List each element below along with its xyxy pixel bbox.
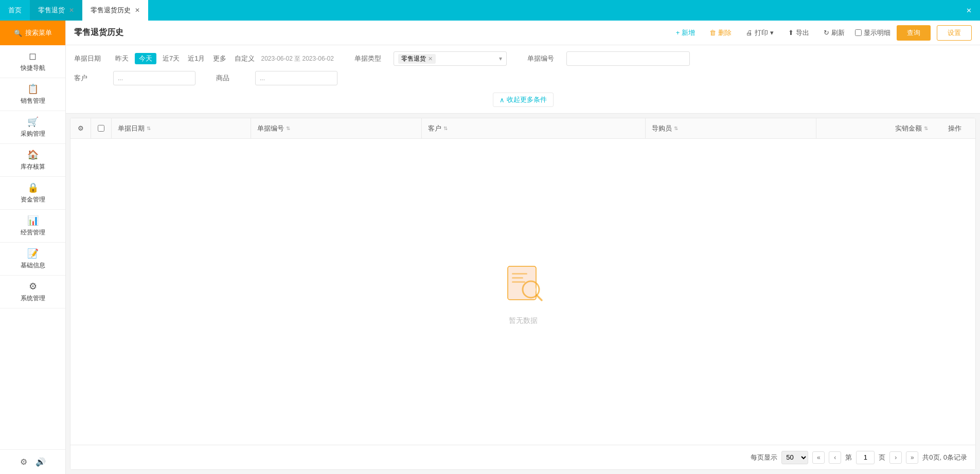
operations-icon: 📊: [27, 215, 39, 226]
svg-line-6: [537, 295, 542, 300]
sidebar-search[interactable]: 🔍 搜索菜单: [0, 21, 65, 45]
voucher-number-input[interactable]: [566, 51, 690, 66]
th-customer[interactable]: 客户 ⇅: [422, 118, 646, 138]
finance-icon: 🔒: [27, 182, 39, 193]
last-page-btn[interactable]: »: [906, 451, 918, 464]
date-range-display: 2023-06-02 至 2023-06-02: [261, 54, 333, 63]
prev-page-btn[interactable]: ‹: [829, 451, 841, 464]
select-all-checkbox[interactable]: [98, 125, 104, 132]
th-checkbox[interactable]: [91, 118, 112, 138]
sidebar-item-operations-label: 经营管理: [21, 228, 45, 237]
date-opt-last1m[interactable]: 近1月: [186, 53, 207, 64]
th-customer-label: 客户: [428, 124, 441, 133]
sales-icon: 📋: [27, 83, 39, 95]
delete-button[interactable]: 🗑 删除: [705, 26, 736, 40]
search-icon: 🔍: [14, 29, 22, 37]
filter-area: 单据日期 昨天 今天 近7天 近1月 更多 自定义 2023-06-02 至 2…: [66, 45, 980, 114]
sidebar-item-system-mgmt[interactable]: ⚙ 系统管理: [0, 276, 65, 308]
tab-retail-return[interactable]: 零售退货 ✕: [30, 0, 82, 21]
th-number-label: 单据编号: [257, 124, 284, 133]
date-options: 昨天 今天 近7天 近1月 更多 自定义 2023-06-02 至 2023-0…: [113, 53, 334, 64]
tab-retail-return-history-label: 零售退货历史: [91, 6, 131, 15]
first-page-btn[interactable]: «: [812, 451, 825, 464]
date-opt-custom[interactable]: 自定义: [233, 53, 257, 64]
sidebar-item-sales-mgmt[interactable]: 📋 销售管理: [0, 78, 65, 111]
sidebar: 🔍 搜索菜单 ◻ 快捷导航 📋 销售管理 🛒 采购管理 🏠 库存核算 🔒 资金管…: [0, 21, 66, 474]
sidebar-search-label: 搜索菜单: [25, 28, 52, 38]
refresh-button[interactable]: ↻ 刷新: [819, 26, 849, 40]
voucher-date-label: 单据日期: [74, 54, 105, 63]
next-page-btn[interactable]: ›: [889, 451, 902, 464]
refresh-label: 刷新: [831, 28, 845, 38]
tab-retail-return-history[interactable]: 零售退货历史 ✕: [82, 0, 148, 21]
voucher-type-tag-close[interactable]: ✕: [428, 56, 433, 62]
page-size-select[interactable]: 20 50 100: [781, 451, 808, 464]
collapse-button[interactable]: ∧ 收起更多条件: [493, 93, 554, 107]
amount-sort-icon[interactable]: ⇅: [924, 125, 928, 131]
print-icon: 🖨: [746, 29, 753, 37]
th-amount-label: 实销金额: [895, 124, 922, 133]
refresh-icon: ↻: [824, 29, 829, 37]
tab-home[interactable]: 首页: [0, 0, 30, 21]
sidebar-item-quick-nav[interactable]: ◻ 快捷导航: [0, 45, 65, 78]
new-button[interactable]: + 新增: [672, 26, 699, 40]
sidebar-item-purchase-mgmt[interactable]: 🛒 采购管理: [0, 111, 65, 144]
empty-state-icon: [497, 259, 549, 310]
collapse-row: ∧ 收起更多条件: [74, 90, 972, 107]
sidebar-item-finance-label: 资金管理: [21, 195, 45, 204]
customer-sort-icon[interactable]: ⇅: [443, 125, 448, 131]
query-button[interactable]: 查询: [897, 25, 931, 41]
sidebar-item-finance-mgmt[interactable]: 🔒 资金管理: [0, 177, 65, 210]
window-close-btn[interactable]: ✕: [966, 7, 980, 14]
sidebar-item-system-label: 系统管理: [21, 294, 45, 303]
customer-input[interactable]: ...: [113, 71, 195, 85]
voucher-type-select[interactable]: 零售退货 ✕ ▾: [394, 51, 507, 66]
voucher-type-tag-text: 零售退货: [401, 54, 426, 63]
voucher-type-label: 单据类型: [354, 54, 385, 63]
print-button[interactable]: 🖨 打印 ▾: [742, 26, 778, 40]
delete-label: 删除: [718, 28, 732, 38]
system-icon: ⚙: [29, 281, 37, 292]
print-arrow-icon: ▾: [770, 29, 774, 37]
th-number[interactable]: 单据编号 ⇅: [251, 118, 422, 138]
sidebar-item-sales-label: 销售管理: [21, 97, 45, 105]
sidebar-item-operations-mgmt[interactable]: 📊 经营管理: [0, 210, 65, 243]
pagination-bar: 每页显示 20 50 100 « ‹ 第 页 › » 共0页, 0条记录: [70, 445, 975, 469]
export-icon: ⬆: [788, 29, 794, 37]
goods-placeholder: ...: [260, 75, 265, 82]
page-unit: 页: [879, 453, 885, 462]
date-opt-more[interactable]: 更多: [211, 53, 228, 64]
th-amount[interactable]: 实销金额 ⇅: [816, 118, 934, 138]
date-opt-today[interactable]: 今天: [135, 53, 156, 64]
volume-icon[interactable]: 🔊: [35, 457, 46, 467]
main-layout: 🔍 搜索菜单 ◻ 快捷导航 📋 销售管理 🛒 采购管理 🏠 库存核算 🔒 资金管…: [0, 21, 980, 474]
customer-label: 客户: [74, 74, 105, 83]
page-summary: 共0页, 0条记录: [922, 453, 967, 462]
voucher-number-label: 单据编号: [527, 54, 558, 63]
export-button[interactable]: ⬆ 导出: [784, 26, 813, 40]
setting-button[interactable]: 设置: [937, 25, 972, 41]
date-opt-last7[interactable]: 近7天: [161, 53, 182, 64]
goods-input[interactable]: ...: [255, 71, 337, 85]
tab-retail-return-close[interactable]: ✕: [69, 7, 74, 14]
date-sort-icon[interactable]: ⇅: [147, 125, 151, 131]
page-size-label: 每页显示: [751, 453, 777, 462]
sidebar-item-inventory[interactable]: 🏠 库存核算: [0, 144, 65, 177]
settings-icon[interactable]: ⚙: [20, 457, 27, 467]
date-opt-yesterday[interactable]: 昨天: [113, 53, 131, 64]
page-input[interactable]: [856, 451, 875, 464]
number-sort-icon[interactable]: ⇅: [286, 125, 290, 131]
print-label: 打印: [755, 28, 768, 38]
collapse-label: 收起更多条件: [507, 95, 547, 104]
show-detail-label: 显示明细: [864, 28, 890, 38]
sidebar-item-base-info[interactable]: 📝 基础信息: [0, 243, 65, 276]
show-detail-input[interactable]: [855, 29, 862, 36]
tab-retail-return-history-close[interactable]: ✕: [135, 7, 140, 14]
show-detail-checkbox[interactable]: 显示明细: [855, 28, 890, 38]
page-label: 第: [845, 453, 852, 462]
guide-sort-icon[interactable]: ⇅: [674, 125, 678, 131]
th-date[interactable]: 单据日期 ⇅: [112, 118, 251, 138]
th-guide[interactable]: 导购员 ⇅: [646, 118, 816, 138]
sidebar-item-base-info-label: 基础信息: [21, 261, 45, 270]
th-settings[interactable]: ⚙: [70, 118, 91, 138]
